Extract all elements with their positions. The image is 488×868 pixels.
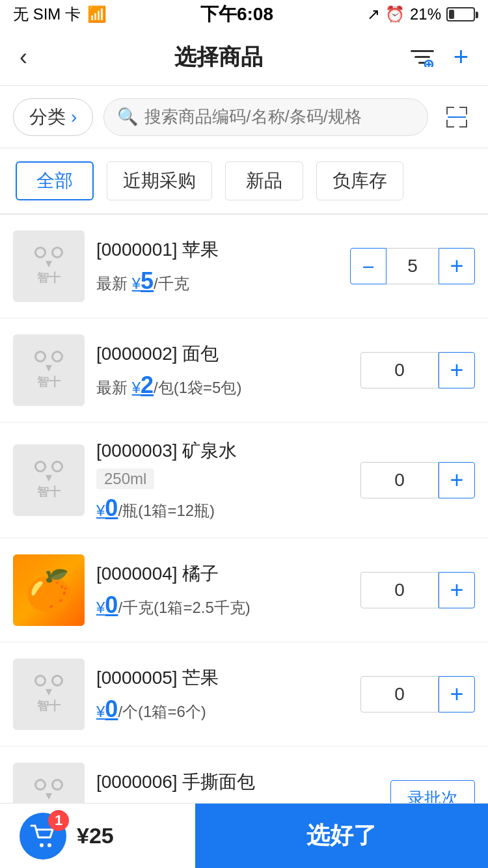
status-bar: 无 SIM 卡 📶 下午6:08 ↗ ⏰ 21% xyxy=(0,0,488,29)
product-name: [0000006] 手撕面包 xyxy=(96,770,379,794)
product-thumbnail: 智十 xyxy=(13,334,85,406)
alarm-icon: ⏰ xyxy=(385,5,405,23)
back-icon: ‹ xyxy=(20,44,27,71)
owl-logo: 智十 xyxy=(34,247,63,286)
battery-percent: 21% xyxy=(410,5,441,23)
filter-button[interactable] xyxy=(411,47,434,67)
tab-all[interactable]: 全部 xyxy=(16,161,94,200)
svg-rect-1 xyxy=(414,56,430,58)
search-box: 🔍 xyxy=(103,98,428,136)
tab-all-label: 全部 xyxy=(36,169,73,193)
filter-bar: 分类 › 🔍 xyxy=(0,86,488,148)
owl-logo: 智十 xyxy=(34,351,63,390)
nav-bar: ‹ 选择商品 + xyxy=(0,29,488,86)
product-item: 智十 [0000003] 矿泉水 250ml ¥0/瓶(1箱=12瓶) + xyxy=(0,423,488,537)
product-name: [0000001] 苹果 xyxy=(96,237,338,262)
qty-plus-button[interactable]: + xyxy=(439,676,475,712)
svg-rect-7 xyxy=(446,107,448,115)
product-name: [0000002] 面包 xyxy=(96,342,349,366)
product-info: [0000002] 面包 最新 ¥2/包(1袋=5包) xyxy=(85,342,360,399)
cart-section: 1 ¥25 xyxy=(0,813,195,860)
add-button[interactable]: + xyxy=(454,42,468,72)
svg-point-16 xyxy=(47,843,51,847)
product-info: [0000003] 矿泉水 250ml ¥0/瓶(1箱=12瓶) xyxy=(85,439,360,522)
qty-plus-button[interactable]: + xyxy=(439,352,475,388)
product-info: [0000001] 苹果 最新 ¥5/千克 xyxy=(85,237,350,295)
qty-plus-button[interactable]: + xyxy=(439,462,475,498)
product-price: 最新 ¥5/千克 xyxy=(96,267,338,295)
category-label: 分类 xyxy=(29,105,66,129)
product-info: [0000004] 橘子 ¥0/千克(1箱=2.5千克) xyxy=(85,562,360,619)
status-time: 下午6:08 xyxy=(200,2,273,27)
bottom-bar: 1 ¥25 选好了 xyxy=(0,803,488,868)
page-title: 选择商品 xyxy=(174,42,263,72)
product-thumbnail: 智十 xyxy=(13,658,85,730)
product-item: 智十 [0000002] 面包 最新 ¥2/包(1袋=5包) + xyxy=(0,319,488,422)
nav-right: + xyxy=(411,42,468,72)
location-icon: ↗ xyxy=(367,5,380,23)
product-thumbnail: 🍊 xyxy=(13,554,85,626)
qty-minus-button[interactable]: － xyxy=(350,248,386,284)
category-chevron: › xyxy=(71,107,77,128)
cart-total: ¥25 xyxy=(77,823,114,848)
carrier-label: 无 SIM 卡 xyxy=(13,4,81,25)
product-spec: 250ml xyxy=(96,468,154,489)
search-icon: 🔍 xyxy=(117,107,138,127)
qty-input[interactable] xyxy=(360,572,439,608)
svg-rect-9 xyxy=(466,107,467,115)
product-price: ¥0/瓶(1箱=12瓶) xyxy=(96,495,349,522)
owl-logo: 智十 xyxy=(34,461,63,500)
status-left: 无 SIM 卡 📶 xyxy=(13,4,107,25)
scan-icon xyxy=(444,104,470,130)
checkout-label: 选好了 xyxy=(306,822,377,848)
tab-negative[interactable]: 负库存 xyxy=(316,161,403,200)
product-thumbnail: 智十 xyxy=(13,444,85,516)
product-item: 智十 [0000001] 苹果 最新 ¥5/千克 － + xyxy=(0,215,488,318)
svg-rect-13 xyxy=(466,120,467,128)
quantity-control: + xyxy=(360,676,475,712)
svg-rect-14 xyxy=(448,116,466,118)
product-price: ¥0/千克(1箱=2.5千克) xyxy=(96,591,349,619)
checkout-button[interactable]: 选好了 xyxy=(195,804,488,869)
category-button[interactable]: 分类 › xyxy=(13,98,93,136)
tab-recent[interactable]: 近期采购 xyxy=(107,161,212,200)
quantity-control: + xyxy=(360,572,475,608)
back-button[interactable]: ‹ xyxy=(20,44,27,71)
tab-bar: 全部 近期采购 新品 负库存 xyxy=(0,148,488,215)
product-price: ¥0/个(1箱=6个) xyxy=(96,696,349,723)
quantity-control: － + xyxy=(350,248,475,284)
qty-input[interactable] xyxy=(360,462,439,498)
status-right: ↗ ⏰ 21% xyxy=(367,5,475,23)
svg-point-15 xyxy=(40,843,44,847)
owl-logo: 智十 xyxy=(34,675,63,714)
tab-new[interactable]: 新品 xyxy=(225,161,303,200)
product-thumbnail: 智十 xyxy=(13,230,85,302)
tab-new-label: 新品 xyxy=(246,169,282,193)
qty-plus-button[interactable]: + xyxy=(439,572,475,608)
tab-negative-label: 负库存 xyxy=(332,169,387,193)
wifi-icon: 📶 xyxy=(87,5,107,23)
cart-icon-wrap[interactable]: 1 xyxy=(20,813,66,860)
tab-recent-label: 近期采购 xyxy=(123,169,196,193)
qty-input[interactable] xyxy=(386,248,439,284)
nav-left: ‹ xyxy=(20,44,27,71)
product-name: [0000005] 芒果 xyxy=(96,666,349,690)
product-name: [0000003] 矿泉水 xyxy=(96,439,349,463)
qty-plus-button[interactable]: + xyxy=(439,248,475,284)
qty-input[interactable] xyxy=(360,352,439,388)
product-name: [0000004] 橘子 xyxy=(96,562,349,586)
scan-button[interactable] xyxy=(439,99,475,135)
svg-rect-11 xyxy=(446,120,448,128)
product-item: 🍊 [0000004] 橘子 ¥0/千克(1箱=2.5千克) + xyxy=(0,539,488,642)
search-input[interactable] xyxy=(144,107,414,127)
filter-icon xyxy=(411,47,434,67)
product-price: 最新 ¥2/包(1袋=5包) xyxy=(96,372,349,399)
battery-icon xyxy=(446,7,475,21)
qty-input[interactable] xyxy=(360,676,439,712)
product-item: 智十 [0000005] 芒果 ¥0/个(1箱=6个) + xyxy=(0,643,488,746)
quantity-control: + xyxy=(360,462,475,498)
quantity-control: + xyxy=(360,352,475,388)
product-info: [0000005] 芒果 ¥0/个(1箱=6个) xyxy=(85,666,360,723)
add-icon: + xyxy=(454,42,468,72)
cart-badge: 1 xyxy=(48,810,69,831)
